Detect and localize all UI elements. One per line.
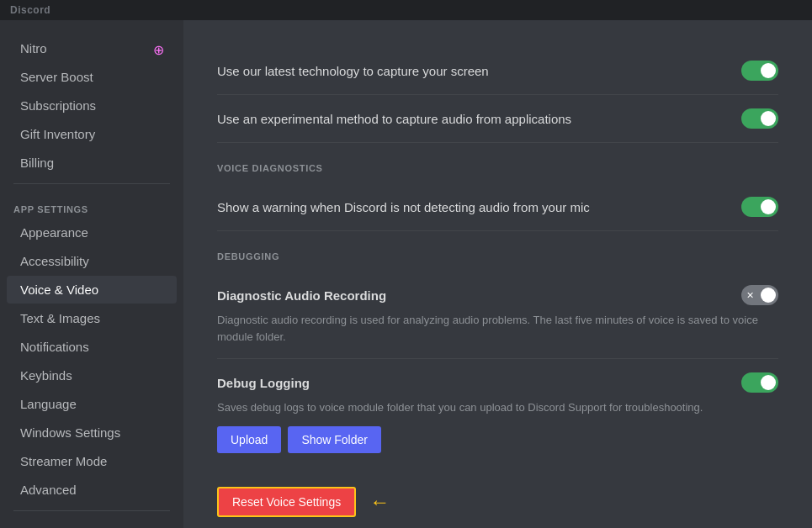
sidebar-item-label: Appearance (20, 225, 88, 240)
toggle-screen-capture[interactable]: ✓ (741, 61, 778, 81)
sidebar-item-keybinds[interactable]: Keybinds (7, 362, 177, 389)
sidebar-item-gift-inventory[interactable]: Gift Inventory (7, 120, 177, 148)
toggle-diagnostic-recording[interactable]: ✕ (741, 285, 778, 305)
reset-area: Reset Voice Settings ← (217, 487, 778, 517)
voice-diagnostics-header: VOICE DIAGNOSTICS (217, 163, 778, 173)
sidebar-item-label: Notifications (20, 340, 89, 354)
sidebar-item-server-boost[interactable]: Server Boost (7, 63, 177, 91)
app-title-bar: Discord (0, 0, 812, 20)
sidebar-item-accessibility[interactable]: Accessibility (7, 247, 177, 275)
sidebar-item-label: Keybinds (20, 368, 72, 383)
main-layout: Nitro ⊕ Server Boost Subscriptions Gift … (0, 20, 812, 528)
sidebar-item-advanced[interactable]: Advanced (7, 476, 177, 504)
diagnostic-description: Diagnostic audio recording is used for a… (217, 312, 778, 345)
content-area: Use our latest technology to capture you… (183, 20, 812, 528)
debug-logging-title: Debug Logging (217, 376, 310, 390)
upload-button[interactable]: Upload (217, 426, 281, 453)
sidebar-item-label: Text & Images (20, 311, 100, 325)
toggle-voice-warning[interactable]: ✓ (741, 197, 778, 217)
setting-label-screen-capture: Use our latest technology to capture you… (217, 64, 741, 78)
sidebar-item-billing[interactable]: Billing (7, 149, 177, 177)
activity-settings-label: ACTIVITY SETTINGS (0, 518, 183, 528)
setting-label-audio-capture: Use an experimental method to capture au… (217, 112, 741, 126)
debugging-header: DEBUGGING (217, 251, 778, 261)
diagnostic-title: Diagnostic Audio Recording (217, 288, 386, 303)
check-icon-2: ✓ (765, 113, 773, 124)
sidebar-item-label: Language (20, 397, 77, 411)
sidebar-item-appearance[interactable]: Appearance (7, 219, 177, 246)
sidebar-item-voice-video[interactable]: Voice & Video (7, 276, 177, 304)
sidebar-item-label: Accessibility (20, 254, 89, 268)
sidebar: Nitro ⊕ Server Boost Subscriptions Gift … (0, 20, 183, 528)
app-settings-label: APP SETTINGS (0, 191, 183, 218)
check-icon-4: ✓ (765, 377, 773, 388)
sidebar-item-language[interactable]: Language (7, 390, 177, 418)
toggle-audio-capture[interactable]: ✓ (741, 108, 778, 129)
setting-row-screen-capture: Use our latest technology to capture you… (217, 47, 778, 95)
sidebar-item-label: Billing (20, 156, 54, 170)
sidebar-item-label: Nitro (20, 41, 47, 55)
show-folder-button[interactable]: Show Folder (288, 426, 381, 453)
sidebar-divider-2 (13, 510, 170, 511)
arrow-icon: ← (369, 490, 390, 514)
debug-button-row: Upload Show Folder (217, 426, 778, 453)
diagnostic-section: Diagnostic Audio Recording ✕ Diagnostic … (217, 272, 778, 359)
sidebar-item-label: Streamer Mode (20, 454, 107, 468)
toggle-debug-logging[interactable]: ✓ (741, 372, 778, 393)
sidebar-item-streamer-mode[interactable]: Streamer Mode (7, 447, 177, 475)
x-icon: ✕ (746, 290, 754, 301)
debug-logging-description: Saves debug logs to voice module folder … (217, 399, 778, 416)
setting-label-voice-warning: Show a warning when Discord is not detec… (217, 200, 741, 214)
setting-row-voice-warning: Show a warning when Discord is not detec… (217, 183, 778, 231)
sidebar-item-label: Advanced (20, 483, 77, 497)
check-icon: ✓ (765, 65, 773, 77)
check-icon-3: ✓ (765, 201, 773, 213)
sidebar-item-label: Voice & Video (20, 282, 98, 297)
diagnostic-header: Diagnostic Audio Recording ✕ (217, 285, 778, 305)
debug-logging-header: Debug Logging ✓ (217, 372, 778, 393)
setting-row-audio-capture: Use an experimental method to capture au… (217, 95, 778, 143)
sidebar-item-subscriptions[interactable]: Subscriptions (7, 92, 177, 119)
debug-logging-section: Debug Logging ✓ Saves debug logs to voic… (217, 359, 778, 467)
nitro-icon: ⊕ (153, 42, 167, 55)
reset-voice-settings-button[interactable]: Reset Voice Settings (217, 487, 356, 517)
sidebar-item-text-images[interactable]: Text & Images (7, 304, 177, 332)
sidebar-item-label: Gift Inventory (20, 127, 95, 141)
sidebar-item-label: Windows Settings (20, 425, 120, 440)
sidebar-item-windows-settings[interactable]: Windows Settings (7, 419, 177, 446)
sidebar-item-nitro[interactable]: Nitro ⊕ (7, 34, 177, 62)
toggle-knob-off (761, 288, 776, 303)
sidebar-item-notifications[interactable]: Notifications (7, 333, 177, 361)
app-title: Discord (10, 4, 50, 16)
sidebar-divider (13, 183, 170, 184)
sidebar-item-label: Server Boost (20, 70, 93, 84)
sidebar-item-label: Subscriptions (20, 98, 96, 113)
